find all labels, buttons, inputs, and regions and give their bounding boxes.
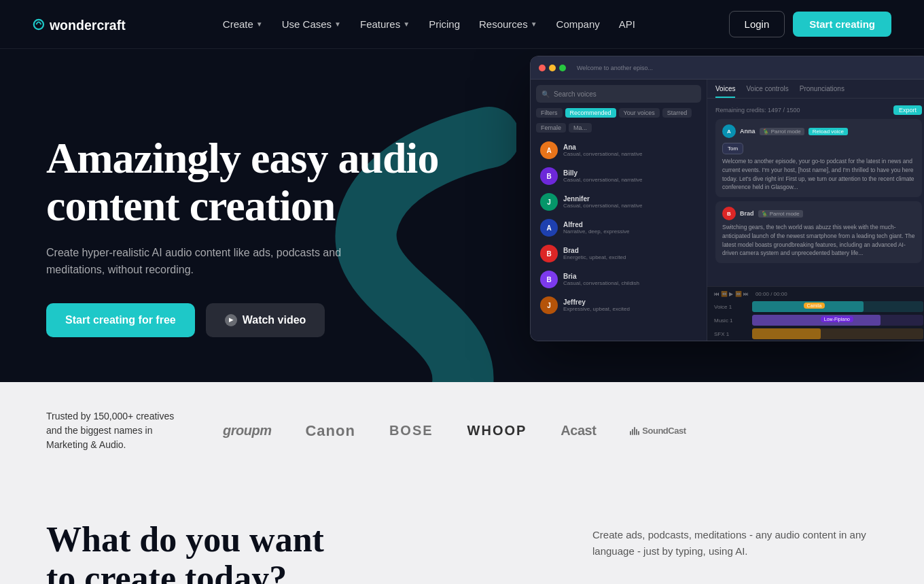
hero-subtitle: Create hyper-realistic AI audio content … (46, 244, 399, 279)
avatar: B (540, 271, 558, 288)
avatar: B (540, 245, 558, 262)
avatar: B (722, 207, 736, 220)
chevron-down-icon: ▼ (256, 20, 263, 28)
filter-male[interactable]: Ma... (569, 123, 592, 133)
window-dots (539, 65, 566, 71)
timeline-track-voice: Voice 1 Camila (714, 301, 923, 312)
avatar: J (540, 296, 558, 314)
nav-resources[interactable]: Resources ▼ (471, 14, 546, 34)
brand-whoop: WHOOP (467, 423, 527, 439)
waveform-music: Low-Fiplano (752, 315, 923, 326)
list-item[interactable]: J Jeffrey Expressive, upbeat, excited (536, 293, 701, 317)
start-creating-button[interactable]: Start creating (793, 12, 891, 37)
list-item[interactable]: J Jennifer Casual, conversational, narra… (536, 190, 701, 214)
brands-section: Trusted by 150,000+ creatives and the bi… (0, 382, 924, 479)
voice-desc: Narrative, deep, expressive (563, 228, 697, 235)
waveform-sfx (752, 328, 923, 339)
mode-badge: 🦜 Parrot mode (760, 128, 804, 135)
watch-video-button[interactable]: ▶ Watch video (206, 303, 325, 337)
voice-filters: Filters Recommended Your voices Starred (536, 108, 701, 118)
chevron-down-icon: ▼ (531, 20, 537, 28)
speaker-text: Welcome to another episode, your go-to p… (722, 157, 915, 192)
brand-canon: Canon (305, 422, 355, 440)
brands-logos: groupm Canon BOSE WHOOP Acast SoundCast (223, 422, 686, 440)
nav-api[interactable]: API (611, 14, 643, 34)
camila-label: Camila (804, 303, 825, 309)
nav-ctas: Login Start creating (729, 11, 891, 37)
filter-female[interactable]: Female (536, 123, 566, 133)
brand-soundcast: SoundCast (630, 426, 686, 436)
filter-recommended[interactable]: Recommended (565, 108, 616, 118)
name-tooltip: Tom (722, 143, 743, 154)
brands-text: Trusted by 150,000+ creatives and the bi… (46, 409, 182, 452)
filter-filters[interactable]: Filters (536, 108, 563, 118)
hero-content: Amazingly easy audio content creation Cr… (46, 135, 495, 337)
hero-section: Amazingly easy audio content creation Cr… (0, 49, 924, 382)
voice-name: Ana (563, 143, 697, 151)
tab-voices[interactable]: Voices (715, 85, 735, 98)
list-item[interactable]: A Alfred Narrative, deep, expressive (536, 216, 701, 240)
voice-desc: Casual, conversational, narrative (563, 151, 697, 157)
nav-company[interactable]: Company (548, 14, 608, 34)
music-label: Low-Fiplano (821, 316, 853, 322)
list-item[interactable]: B Bria Casual, conversational, childish (536, 267, 701, 292)
nav-features[interactable]: Features ▼ (352, 14, 418, 34)
nav-pricing[interactable]: Pricing (421, 14, 468, 34)
play-icon: ▶ (225, 314, 237, 326)
voice-desc: Casual, conversational, narrative (563, 203, 697, 209)
editor-tabs: Voices Voice controls Pronunciations (707, 80, 924, 99)
search-voices[interactable]: 🔍 Search voices (536, 85, 701, 103)
voice-name: Bria (563, 273, 697, 280)
mode-badge: 🦜 Parrot mode (758, 210, 803, 218)
voice-desc: Casual, conversational, narrative (563, 177, 697, 183)
list-item[interactable]: B Brad Energetic, upbeat, excited (536, 241, 701, 266)
brand-bose: BOSE (389, 423, 433, 439)
chevron-down-icon: ▼ (334, 20, 341, 28)
logo[interactable]: wondercraft (33, 14, 129, 35)
voice-name: Alfred (563, 221, 697, 228)
avatar: A (540, 141, 558, 159)
what-section: What do you want to create today? Create… (0, 479, 924, 584)
what-header: What do you want to create today? Create… (46, 520, 878, 584)
brand-groupm: groupm (223, 423, 271, 439)
track-label: SFX 1 (714, 331, 748, 337)
voice-desc: Expressive, upbeat, excited (563, 306, 697, 312)
avatar: J (540, 193, 558, 211)
navigation: wondercraft Create ▼ Use Cases ▼ Feature… (0, 0, 924, 49)
filter-starred[interactable]: Starred (662, 108, 692, 118)
voice-gender-filters: Female Ma... (536, 123, 701, 133)
list-item[interactable]: B Billy Casual, conversational, narrativ… (536, 164, 701, 188)
start-creating-free-button[interactable]: Start creating for free (46, 303, 195, 337)
voice-name: Brad (563, 247, 697, 254)
tab-pronunciations[interactable]: Pronunciations (800, 85, 845, 98)
reload-voice-button[interactable]: Reload voice (808, 128, 848, 135)
tab-voice-controls[interactable]: Voice controls (746, 85, 788, 98)
brand-acast: Acast (561, 423, 596, 439)
login-button[interactable]: Login (729, 11, 785, 37)
editor-content: Remaining credits: 1497 / 1500 Export A … (707, 99, 924, 286)
nav-use-cases[interactable]: Use Cases ▼ (274, 14, 349, 34)
waveform-voice: Camila (752, 301, 923, 312)
voice-name: Jennifer (563, 195, 697, 203)
window-title: Welcome to another episo... (577, 65, 653, 71)
voice-name: Billy (563, 169, 697, 177)
speaker-name: Brad (740, 210, 754, 217)
credits-display: Remaining credits: 1497 / 1500 (715, 107, 800, 114)
voice-name: Jeffrey (563, 298, 697, 306)
track-label: Voice 1 (714, 304, 748, 310)
nav-create[interactable]: Create ▼ (215, 14, 271, 34)
hero-ctas: Start creating for free ▶ Watch video (46, 303, 495, 337)
search-placeholder: Search voices (554, 90, 597, 98)
chevron-down-icon: ▼ (403, 20, 410, 28)
svg-text:wondercraft: wondercraft (49, 17, 126, 32)
list-item[interactable]: A Ana Casual, conversational, narrative (536, 138, 701, 162)
filter-your-voices[interactable]: Your voices (619, 108, 660, 118)
speaker-block-anna: A Anna 🦜 Parrot mode Reload voice Tom We… (715, 119, 922, 197)
export-button[interactable]: Export (893, 105, 922, 115)
timeline: ⏮ ⏪ ▶ ⏩ ⏭ 00:00 / 00:00 Voice 1 Camila M… (707, 286, 924, 341)
speaker-name: Anna (740, 128, 756, 135)
app-screenshot: Welcome to another episo... 🔍 Search voi… (530, 56, 924, 341)
timeline-track-music: Music 1 Low-Fiplano (714, 315, 923, 326)
voice-desc: Energetic, upbeat, excited (563, 254, 697, 260)
track-label: Music 1 (714, 317, 748, 324)
